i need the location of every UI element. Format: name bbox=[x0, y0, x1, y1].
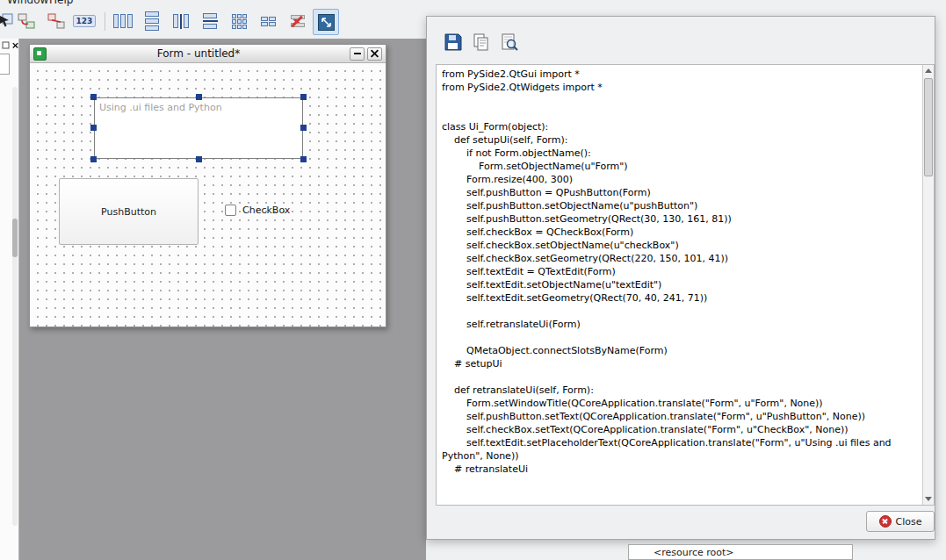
dock-close-icon bbox=[12, 42, 18, 47]
mdi-workspace: Form - untitled* Using .ui files and Pyt… bbox=[19, 39, 426, 560]
scroll-down-icon bbox=[925, 497, 932, 501]
pushbutton-widget[interactable]: PushButton bbox=[59, 178, 199, 245]
adjust-size-button[interactable] bbox=[313, 9, 339, 35]
toolbar-separator bbox=[105, 12, 105, 31]
layout-vertically-button[interactable] bbox=[140, 9, 164, 33]
close-dialog-button[interactable]: Close bbox=[866, 511, 935, 532]
menu-help[interactable]: Help bbox=[49, 0, 73, 6]
checkbox-widget[interactable]: CheckBox bbox=[225, 205, 290, 216]
find-button[interactable] bbox=[498, 31, 521, 54]
menubar: Window Help bbox=[0, 0, 946, 7]
layout-vertically-splitter-icon bbox=[203, 13, 218, 29]
layout-horizontally-button[interactable] bbox=[111, 9, 135, 33]
edit-buddies-icon bbox=[47, 13, 65, 29]
copy-icon bbox=[472, 32, 491, 52]
code-preview-dialog: from PySide2.QtGui import * from PySide2… bbox=[426, 16, 935, 540]
code-view[interactable]: from PySide2.QtGui import * from PySide2… bbox=[436, 64, 935, 506]
resource-browser-panel: <resource root> bbox=[628, 544, 853, 560]
find-icon bbox=[500, 32, 519, 52]
form-design-canvas[interactable]: Using .ui files and Python PushButton Ch… bbox=[30, 63, 386, 327]
selection-handle-bottom-right[interactable] bbox=[300, 156, 307, 162]
checkbox-indicator[interactable] bbox=[225, 205, 236, 216]
menu-window[interactable]: Window bbox=[7, 0, 48, 6]
layout-vertically-icon bbox=[145, 11, 159, 31]
break-layout-button[interactable] bbox=[285, 9, 309, 33]
layout-horizontally-splitter-button[interactable] bbox=[169, 9, 193, 33]
edit-signals-slots-icon bbox=[18, 13, 35, 29]
scroll-up-icon bbox=[925, 68, 932, 73]
widget-box-scrollbar[interactable] bbox=[12, 87, 18, 526]
layout-horizontally-icon bbox=[113, 14, 133, 28]
layout-grid-icon bbox=[232, 14, 247, 29]
close-icon bbox=[371, 50, 379, 58]
layout-vertically-splitter-button[interactable] bbox=[198, 9, 222, 33]
code-scrollbar-thumb[interactable] bbox=[924, 78, 933, 176]
save-button[interactable] bbox=[442, 31, 465, 54]
layout-form-button[interactable] bbox=[256, 9, 280, 33]
copy-button[interactable] bbox=[470, 31, 493, 54]
edit-buddies-button[interactable] bbox=[44, 9, 69, 33]
selection-handle-top-middle[interactable] bbox=[196, 94, 202, 100]
selection-handle-middle-left[interactable] bbox=[90, 125, 97, 131]
scroll-down-button[interactable] bbox=[923, 493, 934, 505]
adjust-size-icon bbox=[318, 14, 335, 31]
edit-widgets-icon bbox=[0, 13, 13, 29]
layout-grid-button[interactable] bbox=[227, 9, 251, 33]
edit-tab-order-icon: 123 bbox=[73, 15, 97, 27]
textedit-widget[interactable]: Using .ui files and Python bbox=[94, 97, 303, 159]
form-window-icon bbox=[33, 47, 47, 61]
close-dialog-label: Close bbox=[896, 516, 922, 528]
dock-close-button[interactable] bbox=[11, 40, 19, 49]
widget-box-scrollbar-thumb[interactable] bbox=[12, 219, 18, 257]
code-scrollbar[interactable] bbox=[922, 65, 934, 505]
form-window: Form - untitled* Using .ui files and Pyt… bbox=[29, 44, 386, 327]
form-window-titlebar[interactable]: Form - untitled* bbox=[30, 45, 386, 63]
selection-handle-bottom-left[interactable] bbox=[90, 156, 97, 162]
edit-signals-slots-button[interactable] bbox=[14, 9, 39, 33]
scroll-up-button[interactable] bbox=[923, 65, 934, 76]
minimize-button[interactable] bbox=[350, 47, 365, 61]
minimize-icon bbox=[354, 53, 361, 54]
layout-horizontally-splitter-icon bbox=[173, 14, 189, 29]
break-layout-icon bbox=[289, 13, 305, 29]
checkbox-label: CheckBox bbox=[242, 205, 290, 216]
save-icon bbox=[444, 32, 463, 52]
edit-tab-order-button[interactable]: 123 bbox=[72, 9, 97, 33]
selection-handle-top-right[interactable] bbox=[300, 94, 307, 100]
selection-handle-middle-right[interactable] bbox=[300, 125, 307, 131]
widget-box-panel-edge bbox=[0, 39, 19, 560]
widget-filter-edge[interactable] bbox=[0, 54, 10, 75]
close-dialog-icon bbox=[879, 515, 892, 528]
selection-handle-top-left[interactable] bbox=[90, 94, 97, 100]
form-window-title: Form - untitled* bbox=[50, 47, 347, 60]
pushbutton-label: PushButton bbox=[101, 206, 156, 218]
close-button[interactable] bbox=[367, 47, 382, 61]
layout-form-icon bbox=[261, 17, 276, 26]
textedit-placeholder: Using .ui files and Python bbox=[99, 102, 222, 113]
resource-root-item[interactable]: <resource root> bbox=[654, 547, 734, 558]
generated-code: from PySide2.QtGui import * from PySide2… bbox=[437, 65, 922, 505]
dock-float-icon bbox=[2, 41, 10, 49]
dock-float-button[interactable] bbox=[1, 40, 10, 49]
selection-handle-bottom-middle[interactable] bbox=[196, 156, 202, 162]
